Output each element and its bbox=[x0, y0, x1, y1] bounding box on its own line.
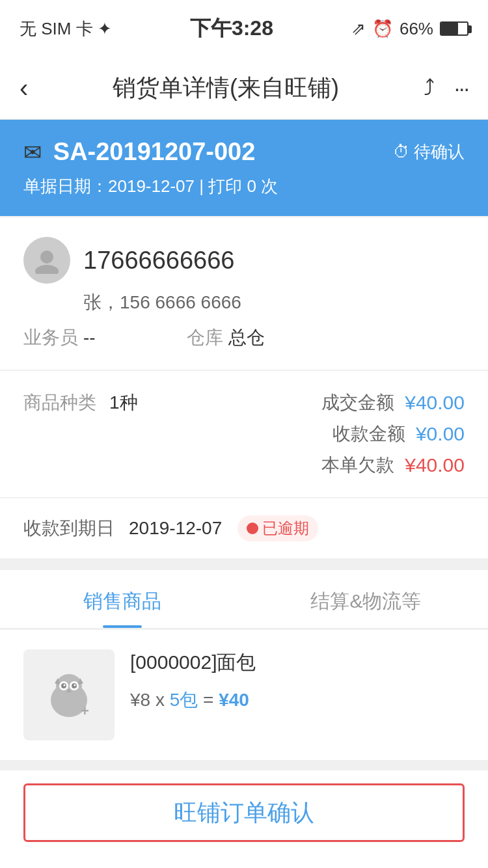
received-row: 收款金额 ¥0.00 bbox=[332, 422, 465, 446]
nav-title: 销货单详情(来自旺铺) bbox=[113, 72, 339, 104]
summary-right: 成交金额 ¥40.00 收款金额 ¥0.00 本单欠款 ¥40.00 bbox=[321, 390, 465, 478]
customer-phone: 17666666666 bbox=[83, 247, 234, 275]
avatar bbox=[23, 237, 70, 284]
product-info: [0000002]面包 ¥8 x 5包 = ¥40 bbox=[130, 649, 465, 712]
order-status: ⏱ 待确认 bbox=[393, 141, 465, 163]
order-date: 单据日期：2019-12-07 | 打印 0 次 bbox=[23, 175, 465, 198]
battery-label: 66% bbox=[400, 19, 433, 39]
product-price-text: ¥8 x bbox=[130, 690, 165, 710]
product-section: + [0000002]面包 ¥8 x 5包 = ¥40 bbox=[0, 630, 488, 760]
tab-active-underline bbox=[103, 625, 142, 628]
svg-point-0 bbox=[40, 251, 53, 264]
received-value: ¥0.00 bbox=[416, 423, 465, 445]
nav-left: ‹ bbox=[20, 74, 28, 103]
status-left: 无 SIM 卡 ✦ bbox=[20, 18, 112, 40]
transaction-row: 成交金额 ¥40.00 bbox=[321, 390, 465, 415]
product-total: ¥40 bbox=[219, 690, 249, 710]
svg-text:+: + bbox=[81, 703, 89, 719]
sim-label: 无 SIM 卡 ✦ bbox=[20, 18, 112, 40]
nav-bar: ‹ 销货单详情(来自旺铺) ⤴ ··· bbox=[0, 57, 488, 120]
owed-label: 本单欠款 bbox=[321, 453, 394, 478]
confirm-button[interactable]: 旺铺订单确认 bbox=[23, 783, 465, 842]
status-text: 待确认 bbox=[414, 141, 465, 163]
overdue-dot-icon bbox=[247, 522, 258, 534]
tab-sales-product[interactable]: 销售商品 bbox=[0, 570, 244, 628]
tab-sales-product-label: 销售商品 bbox=[83, 590, 161, 612]
owed-row: 本单欠款 ¥40.00 bbox=[321, 453, 465, 478]
transaction-label: 成交金额 bbox=[321, 390, 394, 415]
back-button[interactable]: ‹ bbox=[20, 74, 28, 103]
avatar-icon bbox=[33, 247, 61, 274]
product-image: + bbox=[23, 649, 115, 740]
status-bar: 无 SIM 卡 ✦ 下午3:28 ⇗ ⏰ 66% bbox=[0, 0, 488, 57]
overdue-badge: 已逾期 bbox=[237, 515, 318, 541]
order-id: ✉ SA-20191207-002 bbox=[23, 138, 255, 166]
due-date-value: 2019-12-07 bbox=[129, 518, 222, 539]
product-equals: = bbox=[203, 690, 213, 710]
owed-value: ¥40.00 bbox=[405, 454, 465, 476]
kinds-label: 商品种类 bbox=[23, 390, 96, 415]
tab-settlement-label: 结算&物流等 bbox=[310, 590, 421, 612]
customer-name: 张，156 6666 6666 bbox=[23, 290, 465, 315]
product-thumbnail: + bbox=[36, 669, 102, 721]
due-label: 收款到期日 bbox=[23, 516, 115, 541]
confirm-button-label: 旺铺订单确认 bbox=[174, 797, 314, 829]
customer-meta: 业务员 -- 仓库 总仓 bbox=[23, 325, 465, 350]
received-label: 收款金额 bbox=[332, 422, 405, 446]
overdue-text: 已逾期 bbox=[262, 518, 309, 539]
nav-right: ⤴ ··· bbox=[424, 75, 468, 101]
salesperson-label: 业务员 bbox=[23, 325, 78, 350]
battery-icon bbox=[440, 21, 468, 36]
status-clock-icon: ⏱ bbox=[393, 142, 410, 162]
order-header: ✉ SA-20191207-002 ⏱ 待确认 单据日期：2019-12-07 … bbox=[0, 120, 488, 216]
tab-settlement[interactable]: 结算&物流等 bbox=[244, 570, 488, 628]
location-icon: ⇗ bbox=[351, 19, 366, 39]
status-time: 下午3:28 bbox=[190, 14, 273, 43]
summary-left: 商品种类 1种 bbox=[23, 390, 138, 415]
more-icon[interactable]: ··· bbox=[454, 75, 468, 101]
svg-point-11 bbox=[74, 685, 76, 686]
summary-kinds: 商品种类 1种 bbox=[23, 390, 138, 415]
status-right: ⇗ ⏰ 66% bbox=[351, 19, 468, 39]
alarm-icon: ⏰ bbox=[372, 19, 393, 39]
customer-section: 17666666666 张，156 6666 6666 业务员 -- 仓库 总仓 bbox=[0, 217, 488, 370]
svg-point-10 bbox=[64, 685, 66, 686]
transaction-value: ¥40.00 bbox=[405, 392, 465, 414]
due-section: 收款到期日 2019-12-07 已逾期 bbox=[0, 498, 488, 558]
customer-top: 17666666666 bbox=[23, 237, 465, 284]
confirm-btn-container: 旺铺订单确认 bbox=[0, 770, 488, 868]
salesperson-value: -- bbox=[83, 327, 96, 348]
order-header-top: ✉ SA-20191207-002 ⏱ 待确认 bbox=[23, 138, 465, 166]
warehouse-value: 总仓 bbox=[228, 325, 265, 350]
order-id-icon: ✉ bbox=[23, 140, 42, 165]
order-id-text: SA-20191207-002 bbox=[53, 138, 256, 165]
share-icon[interactable]: ⤴ bbox=[424, 75, 435, 101]
product-qty: 5包 bbox=[170, 690, 198, 710]
product-price: ¥8 x 5包 = ¥40 bbox=[130, 688, 465, 712]
svg-point-1 bbox=[35, 265, 59, 274]
summary-section: 商品种类 1种 成交金额 ¥40.00 收款金额 ¥0.00 本单欠款 ¥40.… bbox=[0, 371, 488, 497]
tabs-bar: 销售商品 结算&物流等 bbox=[0, 570, 488, 629]
kinds-value: 1种 bbox=[109, 390, 138, 415]
product-name: [0000002]面包 bbox=[130, 649, 465, 676]
warehouse-label: 仓库 bbox=[187, 325, 223, 350]
